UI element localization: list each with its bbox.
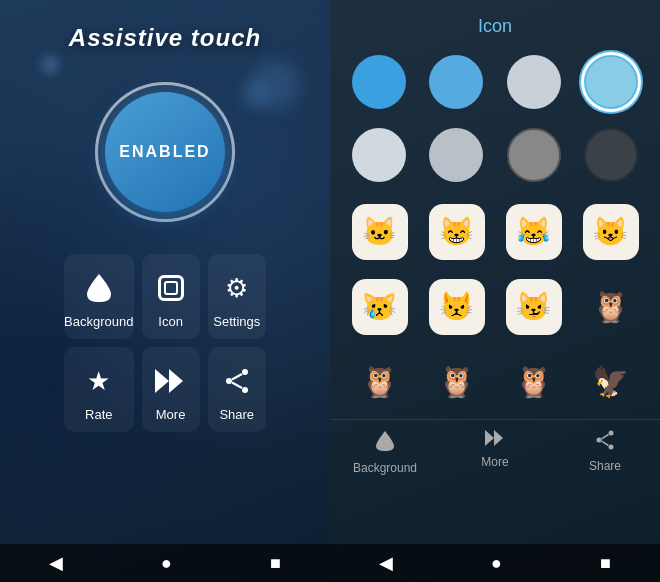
share-icon	[223, 367, 251, 395]
svg-point-10	[597, 438, 602, 443]
right-android-nav: ◀ ● ■	[330, 544, 660, 582]
svg-point-3	[226, 378, 232, 384]
cat-emoji-7: 😼	[506, 279, 562, 335]
icon-label: Icon	[158, 314, 183, 329]
back-button-left[interactable]: ◀	[49, 552, 63, 574]
right-panel: Icon	[330, 0, 660, 582]
cat-emoji-2: 😸	[429, 204, 485, 260]
cat-emoji-5: 😿	[352, 279, 408, 335]
circle-blue1	[352, 55, 406, 109]
owls-row: 🦉 🦉 🦉 🦅	[330, 344, 660, 419]
bottom-more-label: More	[481, 455, 508, 469]
svg-point-2	[242, 369, 248, 375]
bottom-nav-background[interactable]: Background	[330, 426, 440, 479]
enabled-button-wrapper[interactable]: ENABLED	[95, 82, 235, 222]
menu-item-share[interactable]: Share	[208, 347, 266, 432]
owl-emoji-4: 🦉	[509, 357, 559, 407]
cats-row-2: 😿 😾 😼 🦉	[330, 269, 660, 344]
cat-emoji-1: 🐱	[352, 204, 408, 260]
icon-panel-title: Icon	[330, 0, 660, 47]
rate-label: Rate	[85, 407, 112, 422]
owl-emoji-3: 🦉	[432, 357, 482, 407]
circle-lightblue-selected	[584, 55, 638, 109]
owl-4[interactable]: 🦉	[498, 346, 569, 417]
share-icon-area	[217, 361, 257, 401]
owl-emoji-1: 🦉	[586, 282, 636, 332]
cat-emoji-3: 😹	[506, 204, 562, 260]
right-main-content: Icon	[330, 0, 660, 544]
more-icon-area	[151, 361, 191, 401]
icon-circle-md[interactable]	[422, 121, 492, 191]
cat-4[interactable]: 😺	[575, 196, 646, 267]
svg-point-11	[609, 445, 614, 450]
icon-circle-blue2[interactable]	[422, 47, 492, 117]
home-button-right[interactable]: ●	[491, 553, 502, 574]
play-forward-icon	[155, 369, 187, 393]
star-icon: ★	[87, 366, 110, 397]
play-forward-bottom-icon	[485, 430, 505, 446]
menu-item-rate[interactable]: ★ Rate	[64, 347, 133, 432]
circle-sm	[507, 128, 561, 182]
svg-line-6	[232, 383, 242, 389]
owl-5[interactable]: 🦅	[575, 346, 646, 417]
svg-line-5	[232, 374, 242, 380]
owl-3[interactable]: 🦉	[421, 346, 492, 417]
svg-marker-7	[485, 430, 494, 446]
menu-item-more[interactable]: More	[142, 347, 200, 432]
gear-icon: ⚙	[225, 273, 248, 304]
menu-item-background[interactable]: Background	[64, 254, 133, 339]
bottom-nav-more[interactable]: More	[440, 426, 550, 479]
share-bottom-icon	[595, 430, 615, 450]
left-panel: Assistive touch ENABLED Background Icon	[0, 0, 330, 582]
circles-row-1	[330, 47, 660, 121]
droplet-bottom-icon	[375, 430, 395, 452]
rate-icon-area: ★	[79, 361, 119, 401]
cat-5[interactable]: 😿	[344, 271, 415, 342]
menu-item-settings[interactable]: ⚙ Settings	[208, 254, 266, 339]
owl-1[interactable]: 🦉	[575, 271, 646, 342]
app-title: Assistive touch	[69, 24, 261, 52]
bottom-more-icon	[485, 430, 505, 451]
circle-blue2	[429, 55, 483, 109]
icon-circle-lg[interactable]	[344, 121, 414, 191]
menu-item-icon[interactable]: Icon	[142, 254, 200, 339]
svg-line-13	[602, 441, 609, 445]
owl-2[interactable]: 🦉	[344, 346, 415, 417]
icon-circle-lightblue[interactable]	[577, 47, 647, 117]
background-icon-area	[79, 268, 119, 308]
right-bottom-nav: Background More	[330, 419, 660, 487]
circle-dark	[584, 128, 638, 182]
cat-6[interactable]: 😾	[421, 271, 492, 342]
settings-icon-area: ⚙	[217, 268, 257, 308]
icon-circle-white[interactable]	[499, 47, 569, 117]
cat-1[interactable]: 🐱	[344, 196, 415, 267]
cat-3[interactable]: 😹	[498, 196, 569, 267]
svg-marker-0	[155, 369, 169, 393]
cats-row-1: 🐱 😸 😹 😺	[330, 194, 660, 269]
svg-line-12	[602, 435, 609, 439]
enabled-button[interactable]: ENABLED	[105, 92, 225, 212]
bottom-share-label: Share	[589, 459, 621, 473]
icon-circle-sm[interactable]	[499, 121, 569, 191]
bottom-share-icon	[595, 430, 615, 455]
icon-icon-area	[151, 268, 191, 308]
home-button-left[interactable]: ●	[161, 553, 172, 574]
cat-emoji-6: 😾	[429, 279, 485, 335]
left-android-nav: ◀ ● ■	[0, 544, 330, 582]
svg-marker-8	[494, 430, 503, 446]
recents-button-left[interactable]: ■	[270, 553, 281, 574]
cat-2[interactable]: 😸	[421, 196, 492, 267]
back-button-right[interactable]: ◀	[379, 552, 393, 574]
more-label: More	[156, 407, 186, 422]
icon-circle-dark[interactable]	[577, 121, 647, 191]
owl-emoji-2: 🦉	[355, 357, 405, 407]
circle-white	[507, 55, 561, 109]
recents-button-right[interactable]: ■	[600, 553, 611, 574]
cat-7[interactable]: 😼	[498, 271, 569, 342]
icon-circle-blue1[interactable]	[344, 47, 414, 117]
svg-point-4	[242, 387, 248, 393]
bottom-nav-share[interactable]: Share	[550, 426, 660, 479]
svg-marker-1	[169, 369, 183, 393]
share-label: Share	[219, 407, 254, 422]
droplet-icon	[85, 272, 113, 304]
